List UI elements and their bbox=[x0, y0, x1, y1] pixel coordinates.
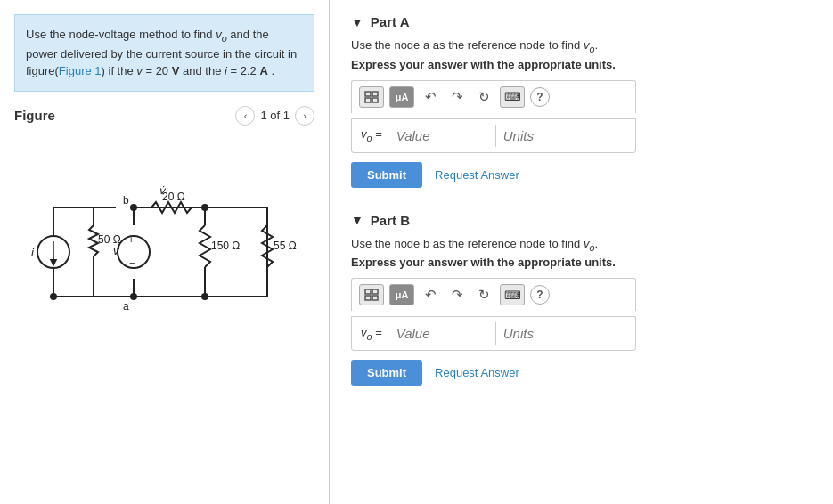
svg-text:55 Ω: 55 Ω bbox=[274, 240, 297, 252]
svg-rect-41 bbox=[372, 289, 378, 294]
figure-prev-button[interactable]: ‹ bbox=[235, 106, 255, 126]
part-b-description: Use the node b as the reference node to … bbox=[351, 237, 812, 253]
part-a-section: ▼ Part A Use the node a as the reference… bbox=[351, 14, 812, 188]
redo-button-b[interactable]: ↷ bbox=[446, 284, 468, 305]
mu-a-button-a[interactable]: μA bbox=[389, 86, 414, 108]
help-label-b: ? bbox=[536, 289, 543, 301]
svg-rect-36 bbox=[365, 92, 371, 96]
figure-nav: ‹ 1 of 1 › bbox=[235, 106, 314, 126]
part-a-arrow: ▼ bbox=[351, 15, 363, 29]
part-a-description: Use the node a as the reference node to … bbox=[351, 38, 812, 54]
part-a-submit-button[interactable]: Submit bbox=[351, 162, 422, 188]
figure-header: Figure ‹ 1 of 1 › bbox=[14, 106, 314, 126]
keyboard-button-a[interactable]: ⌨ bbox=[500, 86, 525, 108]
part-b-vo-label: vo = bbox=[361, 326, 382, 342]
circuit-diagram: i + − b a bbox=[27, 154, 303, 335]
figure-next-button[interactable]: › bbox=[295, 106, 314, 126]
part-a-input-row: vo = bbox=[351, 118, 636, 153]
main-container: Use the node-voltage method to find vo a… bbox=[0, 0, 833, 504]
matrix-button-b[interactable] bbox=[359, 284, 384, 305]
svg-rect-38 bbox=[365, 98, 371, 102]
right-panel: ▼ Part A Use the node a as the reference… bbox=[330, 0, 833, 504]
part-b-input-row: vo = bbox=[351, 316, 636, 351]
svg-rect-37 bbox=[372, 92, 378, 96]
svg-rect-42 bbox=[365, 296, 371, 300]
figure-nav-count: 1 of 1 bbox=[260, 109, 290, 122]
part-a-toolbar: μA ↶ ↷ ↻ ⌨ ? bbox=[351, 80, 636, 113]
svg-text:−: − bbox=[129, 257, 135, 268]
part-b-instruction: Express your answer with the appropriate… bbox=[351, 256, 812, 269]
part-b-arrow: ▼ bbox=[351, 213, 363, 227]
part-a-value-input[interactable] bbox=[389, 125, 496, 147]
svg-rect-39 bbox=[372, 98, 378, 102]
mu-a-label-a: μA bbox=[396, 92, 409, 102]
circuit-svg: i + − b a bbox=[27, 154, 303, 332]
svg-point-35 bbox=[50, 293, 57, 300]
part-a-vo-label: vo = bbox=[361, 127, 382, 143]
help-label-a: ? bbox=[536, 91, 543, 103]
left-panel: Use the node-voltage method to find vo a… bbox=[0, 0, 330, 504]
refresh-button-a[interactable]: ↻ bbox=[473, 86, 494, 108]
part-b-units-input[interactable] bbox=[496, 322, 568, 345]
part-b-submit-button[interactable]: Submit bbox=[351, 360, 422, 386]
svg-text:i: i bbox=[31, 246, 35, 259]
part-a-request-link[interactable]: Request Answer bbox=[435, 168, 519, 182]
keyboard-button-b[interactable]: ⌨ bbox=[500, 284, 525, 305]
undo-button-b[interactable]: ↶ bbox=[420, 284, 441, 305]
part-a-actions: Submit Request Answer bbox=[351, 162, 812, 188]
problem-statement: Use the node-voltage method to find vo a… bbox=[14, 14, 314, 92]
svg-rect-43 bbox=[372, 296, 378, 300]
figure-link[interactable]: Figure 1 bbox=[59, 64, 102, 77]
svg-point-16 bbox=[130, 293, 137, 300]
part-b-actions: Submit Request Answer bbox=[351, 360, 812, 386]
part-a-units-input[interactable] bbox=[496, 125, 568, 147]
part-b-header: ▼ Part B bbox=[351, 213, 812, 228]
svg-text:150 Ω: 150 Ω bbox=[211, 240, 240, 252]
svg-rect-40 bbox=[365, 289, 371, 294]
svg-text:a: a bbox=[123, 300, 129, 313]
matrix-button-a[interactable] bbox=[359, 86, 384, 108]
mu-a-button-b[interactable]: μA bbox=[389, 284, 414, 305]
part-a-title: Part A bbox=[371, 14, 410, 29]
help-button-b[interactable]: ? bbox=[530, 285, 550, 305]
problem-text: Use the node-voltage method to find vo a… bbox=[26, 28, 297, 77]
help-button-a[interactable]: ? bbox=[530, 87, 550, 107]
redo-button-a[interactable]: ↷ bbox=[446, 86, 468, 108]
matrix-icon-b bbox=[364, 289, 379, 301]
svg-point-33 bbox=[201, 204, 208, 211]
svg-text:+: + bbox=[128, 234, 134, 245]
mu-a-label-b: μA bbox=[396, 289, 409, 300]
circuit-area: i + − b a bbox=[14, 136, 314, 344]
part-b-request-link[interactable]: Request Answer bbox=[435, 366, 519, 379]
part-b-toolbar: μA ↶ ↷ ↻ ⌨ ? bbox=[351, 278, 636, 311]
svg-text:b: b bbox=[123, 194, 129, 207]
part-b-value-input[interactable] bbox=[389, 322, 496, 345]
part-a-instruction: Express your answer with the appropriate… bbox=[351, 58, 812, 71]
refresh-button-b[interactable]: ↻ bbox=[473, 284, 494, 305]
svg-text:20 Ω: 20 Ω bbox=[162, 191, 185, 203]
svg-text:50 Ω: 50 Ω bbox=[98, 233, 121, 246]
part-a-header: ▼ Part A bbox=[351, 14, 812, 29]
matrix-icon-a bbox=[364, 91, 379, 103]
svg-point-34 bbox=[201, 293, 208, 300]
figure-title: Figure bbox=[14, 108, 55, 123]
undo-button-a[interactable]: ↶ bbox=[420, 86, 441, 108]
part-b-title: Part B bbox=[371, 213, 410, 228]
part-b-section: ▼ Part B Use the node b as the reference… bbox=[351, 213, 812, 386]
